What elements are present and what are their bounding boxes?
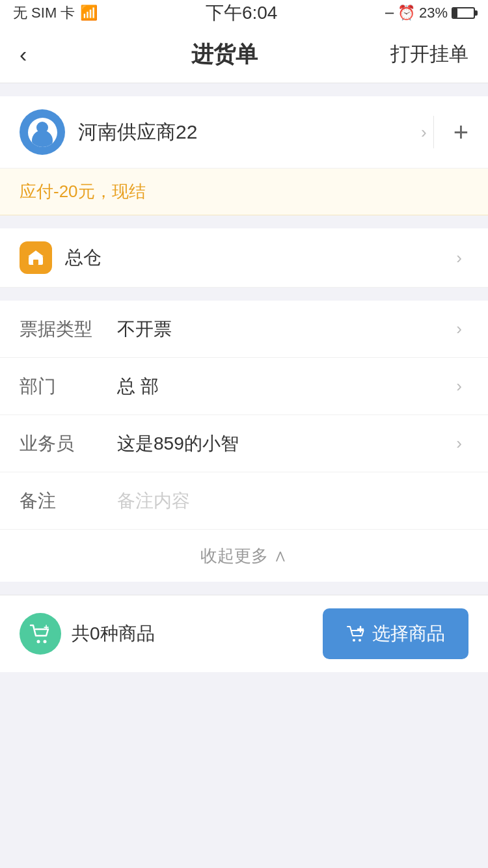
section-gap-2 — [0, 215, 488, 228]
add-supplier-button[interactable]: + — [454, 118, 468, 147]
supplier-section: 河南供应商22 › + 应付-20元，现结 — [0, 96, 488, 215]
supplier-chevron-icon: › — [421, 122, 427, 142]
department-chevron-icon: › — [456, 376, 462, 396]
supplier-row[interactable]: 河南供应商22 › + — [0, 96, 488, 169]
svg-rect-2 — [33, 260, 38, 265]
status-time: 下午6:04 — [206, 1, 278, 25]
open-pending-button[interactable]: 打开挂单 — [390, 41, 468, 68]
cart-icon: + — [20, 613, 61, 655]
remark-value: 备注内容 — [117, 489, 468, 513]
salesman-row[interactable]: 业务员 这是859的小智 › — [0, 415, 488, 472]
svg-point-4 — [44, 640, 47, 644]
form-section: 票据类型 不开票 › 部门 总 部 › 业务员 这是859的小智 › 备注 备注… — [0, 301, 488, 582]
avatar-inner — [28, 118, 57, 147]
warehouse-name: 总仓 — [65, 245, 456, 270]
supplier-avatar — [20, 109, 65, 155]
warehouse-row[interactable]: 总仓 › — [0, 228, 488, 288]
ticket-type-chevron-icon: › — [456, 319, 462, 339]
department-row[interactable]: 部门 总 部 › — [0, 358, 488, 415]
select-product-button[interactable]: 选择商品 — [323, 608, 468, 659]
salesman-value: 这是859的小智 — [117, 431, 456, 456]
salesman-label: 业务员 — [20, 431, 117, 456]
bottom-left: + 共0种商品 — [20, 613, 155, 655]
status-left: 无 SIM 卡 📶 — [13, 3, 98, 23]
status-right: ⎼ ⏰ 23% — [385, 5, 475, 21]
svg-marker-1 — [28, 251, 44, 256]
department-label: 部门 — [20, 374, 117, 399]
svg-text:+: + — [44, 624, 49, 632]
warehouse-icon — [20, 241, 52, 274]
status-bar: 无 SIM 卡 📶 下午6:04 ⎼ ⏰ 23% — [0, 0, 488, 26]
department-value: 总 部 — [117, 374, 456, 399]
select-button-label: 选择商品 — [372, 621, 445, 646]
battery-icon — [452, 7, 475, 19]
page-title: 进货单 — [191, 40, 258, 70]
ticket-type-row[interactable]: 票据类型 不开票 › — [0, 301, 488, 358]
section-gap-1 — [0, 83, 488, 96]
svg-point-3 — [37, 640, 40, 644]
sim-status: 无 SIM 卡 — [13, 3, 75, 23]
supplier-name: 河南供应商22 — [78, 119, 421, 146]
ticket-type-value: 不开票 — [117, 317, 456, 342]
warehouse-chevron-icon: › — [456, 248, 462, 268]
alarm-icon: ⏰ — [398, 5, 415, 21]
bottom-bar: + 共0种商品 选择商品 — [0, 595, 488, 672]
salesman-chevron-icon: › — [456, 433, 462, 454]
nav-bar: ‹ 进货单 打开挂单 — [0, 26, 488, 83]
remark-label: 备注 — [20, 489, 117, 513]
wifi-icon: 📶 — [80, 5, 98, 21]
battery-percent: 23% — [419, 5, 448, 21]
notice-row: 应付-20元，现结 — [0, 169, 488, 215]
section-gap-3 — [0, 288, 488, 301]
remark-row[interactable]: 备注 备注内容 — [0, 472, 488, 530]
supplier-divider — [433, 116, 434, 148]
ticket-type-label: 票据类型 — [20, 317, 117, 342]
collapse-button[interactable]: 收起更多 ∧ — [0, 530, 488, 582]
svg-point-6 — [353, 639, 355, 642]
location-icon: ⎼ — [385, 5, 394, 21]
product-count: 共0种商品 — [72, 621, 155, 646]
svg-point-7 — [359, 639, 361, 642]
back-button[interactable]: ‹ — [20, 42, 59, 67]
